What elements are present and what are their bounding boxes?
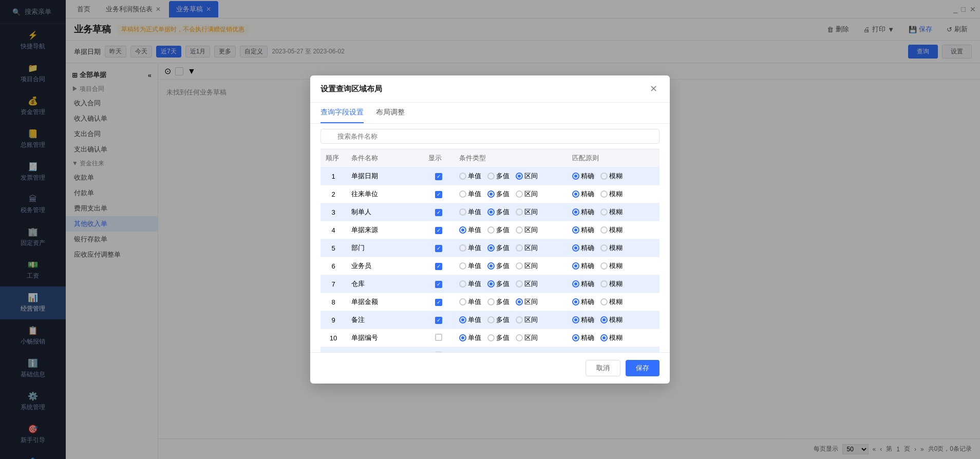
type-radio-区间[interactable]: 区间 [516, 189, 538, 199]
match-radio-精确[interactable]: 精确 [572, 207, 594, 217]
type-radio-单值[interactable]: 单值 [459, 189, 481, 199]
cell-show[interactable]: ✓ [423, 275, 454, 293]
type-radio-多值[interactable]: 多值 [487, 333, 510, 342]
match-radio-精确[interactable]: 精确 [572, 189, 594, 199]
modal-tab-query-fields[interactable]: 查询字段设置 [321, 103, 364, 123]
show-checkbox[interactable]: ✓ [435, 281, 442, 288]
type-radio-区间[interactable]: 区间 [516, 261, 538, 271]
show-checkbox[interactable]: ✓ [435, 245, 442, 252]
show-checkbox[interactable]: ✓ [435, 173, 442, 180]
type-radio-区间[interactable]: 区间 [516, 225, 538, 235]
show-checkbox[interactable]: ✓ [435, 191, 442, 198]
cell-type[interactable]: 单值多值区间 [454, 239, 567, 257]
match-radio-模糊[interactable]: 模糊 [600, 171, 623, 181]
type-radio-区间[interactable]: 区间 [516, 297, 538, 307]
type-radio-单值[interactable]: 单值 [459, 279, 481, 289]
match-radio-模糊[interactable]: 模糊 [600, 225, 623, 235]
cell-show[interactable]: ✓ [423, 185, 454, 203]
match-radio-精确[interactable]: 精确 [572, 279, 594, 289]
cell-type[interactable]: 单值多值区间 [454, 257, 567, 275]
show-checkbox[interactable] [435, 334, 442, 341]
match-radio-模糊[interactable]: 模糊 [600, 297, 623, 307]
match-radio-精确[interactable]: 精确 [572, 171, 594, 181]
type-radio-多值[interactable]: 多值 [487, 207, 510, 217]
cell-type[interactable]: 单值多值区间 [454, 347, 567, 353]
type-radio-单值[interactable]: 单值 [459, 315, 481, 324]
type-radio-单值[interactable]: 单值 [459, 333, 481, 342]
match-radio-模糊[interactable]: 模糊 [600, 207, 623, 217]
match-radio-精确[interactable]: 精确 [572, 243, 594, 253]
cell-type[interactable]: 单值多值区间 [454, 167, 567, 185]
cancel-button[interactable]: 取消 [586, 360, 620, 376]
cell-match[interactable]: 精确模糊 [567, 257, 659, 275]
type-radio-区间[interactable]: 区间 [516, 279, 538, 289]
match-radio-精确[interactable]: 精确 [572, 297, 594, 307]
cell-match[interactable]: 精确模糊 [567, 347, 659, 353]
match-radio-精确[interactable]: 精确 [572, 333, 594, 342]
type-radio-区间[interactable]: 区间 [516, 333, 538, 342]
show-checkbox[interactable]: ✓ [435, 317, 442, 324]
match-radio-模糊[interactable]: 模糊 [600, 261, 623, 271]
save-button[interactable]: 保存 [626, 360, 659, 376]
show-checkbox[interactable]: ✓ [435, 209, 442, 216]
type-radio-多值[interactable]: 多值 [487, 297, 510, 307]
type-radio-区间[interactable]: 区间 [516, 243, 538, 253]
cell-match[interactable]: 精确模糊 [567, 293, 659, 311]
cell-match[interactable]: 精确模糊 [567, 185, 659, 203]
cell-match[interactable]: 精确模糊 [567, 239, 659, 257]
type-radio-多值[interactable]: 多值 [487, 171, 510, 181]
cell-show[interactable]: ✓ [423, 239, 454, 257]
type-radio-区间[interactable]: 区间 [516, 315, 538, 324]
type-radio-多值[interactable]: 多值 [487, 243, 510, 253]
match-radio-模糊[interactable]: 模糊 [600, 243, 623, 253]
cell-type[interactable]: 单值多值区间 [454, 275, 567, 293]
cell-match[interactable]: 精确模糊 [567, 203, 659, 221]
cell-show[interactable]: ✓ [423, 221, 454, 239]
cell-match[interactable]: 精确模糊 [567, 329, 659, 347]
cell-match[interactable]: 精确模糊 [567, 311, 659, 329]
show-checkbox[interactable]: ✓ [435, 227, 442, 234]
cell-show[interactable]: ✓ [423, 293, 454, 311]
match-radio-精确[interactable]: 精确 [572, 315, 594, 324]
cell-type[interactable]: 单值多值区间 [454, 203, 567, 221]
type-radio-区间[interactable]: 区间 [516, 207, 538, 217]
type-radio-单值[interactable]: 单值 [459, 225, 481, 235]
match-radio-模糊[interactable]: 模糊 [600, 189, 623, 199]
cell-show[interactable] [423, 347, 454, 353]
cell-type[interactable]: 单值多值区间 [454, 311, 567, 329]
type-radio-多值[interactable]: 多值 [487, 279, 510, 289]
cell-type[interactable]: 单值多值区间 [454, 221, 567, 239]
show-checkbox[interactable]: ✓ [435, 299, 442, 306]
cell-type[interactable]: 单值多值区间 [454, 293, 567, 311]
cell-match[interactable]: 精确模糊 [567, 167, 659, 185]
type-radio-单值[interactable]: 单值 [459, 243, 481, 253]
match-radio-模糊[interactable]: 模糊 [600, 333, 623, 342]
match-radio-模糊[interactable]: 模糊 [600, 279, 623, 289]
match-radio-精确[interactable]: 精确 [572, 225, 594, 235]
match-radio-精确[interactable]: 精确 [572, 261, 594, 271]
match-radio-模糊[interactable]: 模糊 [600, 315, 623, 324]
show-checkbox[interactable]: ✓ [435, 263, 442, 270]
cell-type[interactable]: 单值多值区间 [454, 329, 567, 347]
cell-show[interactable] [423, 329, 454, 347]
type-radio-单值[interactable]: 单值 [459, 207, 481, 217]
modal-tab-layout[interactable]: 布局调整 [376, 103, 405, 123]
cell-match[interactable]: 精确模糊 [567, 221, 659, 239]
cell-type[interactable]: 单值多值区间 [454, 185, 567, 203]
type-radio-单值[interactable]: 单值 [459, 171, 481, 181]
type-radio-多值[interactable]: 多值 [487, 189, 510, 199]
cell-show[interactable]: ✓ [423, 257, 454, 275]
type-radio-单值[interactable]: 单值 [459, 297, 481, 307]
modal-close-button[interactable]: ✕ [647, 83, 659, 95]
modal-search-input[interactable] [321, 129, 659, 144]
type-radio-多值[interactable]: 多值 [487, 261, 510, 271]
modal-header: 设置查询区域布局 ✕ [310, 75, 670, 103]
type-radio-多值[interactable]: 多值 [487, 315, 510, 324]
cell-show[interactable]: ✓ [423, 311, 454, 329]
type-radio-多值[interactable]: 多值 [487, 225, 510, 235]
cell-show[interactable]: ✓ [423, 203, 454, 221]
type-radio-区间[interactable]: 区间 [516, 171, 538, 181]
cell-match[interactable]: 精确模糊 [567, 275, 659, 293]
cell-show[interactable]: ✓ [423, 167, 454, 185]
type-radio-单值[interactable]: 单值 [459, 261, 481, 271]
